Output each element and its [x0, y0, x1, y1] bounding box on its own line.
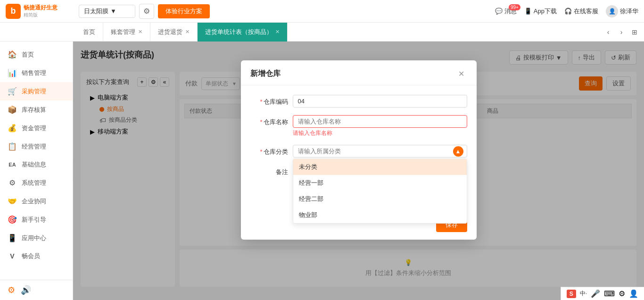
operations-icon: 📋 [8, 142, 17, 151]
keyboard-icon[interactable]: ⌨ [604, 289, 615, 298]
form-row-category: *仓库分类 ▲ 未分类 经营一部 经营二部 物业部 [250, 145, 467, 158]
name-input-wrap: 请输入仓库名称 [293, 115, 467, 137]
dropdown-option-0[interactable]: 未分类 [293, 159, 467, 175]
logo-text: 畅捷通好生意 精简版 [24, 4, 58, 18]
sales-icon: 📊 [8, 68, 17, 77]
top-header: b 畅捷通好生意 精简版 日太阳膜 ▼ ⚙ 体验行业方案 💬 消息 99+ 📱 … [0, 0, 644, 23]
category-input[interactable] [293, 145, 467, 158]
code-label: *仓库编码 [250, 95, 288, 106]
settings-bottom-icon[interactable]: ⚙ [619, 289, 625, 298]
tab-close-purchase-stats[interactable]: ✕ [275, 29, 280, 35]
main-layout: 🏠 首页 📊 销售管理 🛒 采购管理 📦 库存核算 💰 资金管理 📋 经营管理 … [0, 42, 644, 300]
store-selector[interactable]: 日太阳膜 ▼ [79, 5, 135, 18]
logo-area: b 畅捷通好生意 精简版 [6, 4, 79, 19]
tab-bar: 首页 账套管理 ✕ 进货退货 ✕ 进货单统计表（按商品） ✕ ‹ › ⊞ [0, 23, 644, 42]
tab-next-button[interactable]: › [616, 26, 627, 38]
tab-prev-button[interactable]: ‹ [603, 26, 614, 38]
purchase-icon: 🛒 [8, 87, 17, 96]
dropdown-option-3[interactable]: 物业部 [293, 207, 467, 223]
logo-icon: b [6, 4, 21, 19]
try-industry-button[interactable]: 体验行业方案 [158, 4, 210, 18]
sidebar-item-inventory[interactable]: 📦 库存核算 [0, 100, 73, 119]
sidebar-item-operations[interactable]: 📋 经营管理 [0, 137, 73, 156]
name-error-msg: 请输入仓库名称 [293, 129, 467, 137]
tab-controls: ‹ › ⊞ [603, 26, 644, 38]
user-bottom-icon[interactable]: 👤 [629, 289, 638, 298]
tab-menu-button[interactable]: ⊞ [629, 26, 640, 38]
basic-info-icon: EA [8, 162, 17, 167]
sidebar-item-finance[interactable]: 💰 资金管理 [0, 119, 73, 137]
form-row-name: *仓库名称 请输入仓库名称 [250, 115, 467, 137]
mic-icon[interactable]: 🎤 [591, 289, 600, 298]
tab-account[interactable]: 账套管理 ✕ [103, 23, 150, 42]
guide-icon: 🎯 [8, 215, 17, 224]
dialog-body: *仓库编码 *仓库名称 请输入仓库名称 [241, 85, 477, 212]
sidebar-item-purchase[interactable]: 🛒 采购管理 [0, 82, 73, 100]
sidebar-item-system[interactable]: ⚙ 系统管理 [0, 174, 73, 192]
enterprise-icon: 🤝 [8, 197, 17, 206]
member-icon: V [8, 252, 17, 260]
sidebar-item-sales[interactable]: 📊 销售管理 [0, 64, 73, 82]
avatar: 👤 [606, 5, 618, 17]
dropdown-option-1[interactable]: 经营一部 [293, 175, 467, 191]
name-input[interactable] [293, 115, 467, 128]
app-center-icon: 📱 [8, 233, 17, 242]
sidebar-item-enterprise[interactable]: 🤝 企业协同 [0, 192, 73, 210]
online-service-item[interactable]: 🎧 在线客服 [564, 7, 598, 16]
message-item[interactable]: 💬 消息 99+ [495, 7, 517, 16]
category-input-wrap: ▲ 未分类 经营一部 经营二部 物业部 [293, 145, 467, 158]
tab-home[interactable]: 首页 [75, 23, 103, 42]
header-right: 💬 消息 99+ 📱 App下载 🎧 在线客服 👤 徐泽华 [495, 5, 638, 17]
code-input-wrap [293, 95, 467, 108]
finance-icon: 💰 [8, 124, 17, 133]
tab-close-account[interactable]: ✕ [138, 29, 142, 35]
volume-icon[interactable]: 🔊 [21, 285, 31, 295]
category-label: *仓库分类 [250, 145, 288, 156]
sidebar: 🏠 首页 📊 销售管理 🛒 采购管理 📦 库存核算 💰 资金管理 📋 经营管理 … [0, 42, 73, 300]
tab-close-purchase-return[interactable]: ✕ [185, 29, 190, 35]
home-icon: 🏠 [8, 50, 17, 59]
service-icon: 🎧 [564, 8, 572, 15]
lang-label: 中· [580, 290, 587, 298]
system-icon: ⚙ [8, 178, 17, 187]
overlay: 新增仓库 ✕ *仓库编码 [73, 42, 644, 300]
dropdown-option-2[interactable]: 经营二部 [293, 191, 467, 207]
form-row-code: *仓库编码 [250, 95, 467, 108]
user-item[interactable]: 👤 徐泽华 [606, 5, 638, 17]
dialog-title: 新增仓库 [250, 69, 281, 79]
settings-gear-icon[interactable]: ⚙ [8, 285, 15, 295]
notes-label: 备注 [250, 165, 288, 176]
app-icon: 📱 [524, 8, 532, 15]
code-input[interactable] [293, 95, 467, 108]
new-warehouse-dialog: 新增仓库 ✕ *仓库编码 [241, 60, 477, 240]
tab-purchase-stats[interactable]: 进货单统计表（按商品） ✕ [198, 23, 288, 42]
name-label: *仓库名称 [250, 115, 288, 126]
dialog-close-button[interactable]: ✕ [456, 68, 467, 79]
tab-purchase-return[interactable]: 进货退货 ✕ [150, 23, 198, 42]
category-dropdown-list: 未分类 经营一部 经营二部 物业部 [293, 158, 467, 224]
category-dropdown-arrow[interactable]: ▲ [453, 146, 463, 157]
sidebar-item-home[interactable]: 🏠 首页 [0, 45, 73, 64]
dialog-header: 新增仓库 ✕ [241, 60, 477, 85]
message-icon: 💬 [495, 8, 503, 15]
sidebar-item-member[interactable]: V 畅会员 [0, 247, 73, 265]
sidebar-item-app-center[interactable]: 📱 应用中心 [0, 229, 73, 247]
content-area: 进货单统计(按商品) 🖨 按模板打印 ▼ ↑ 导出 ↺ 刷新 [73, 42, 644, 300]
settings-button[interactable]: ⚙ [139, 4, 154, 19]
s-logo: S [567, 290, 576, 298]
sidebar-item-basic-info[interactable]: EA 基础信息 [0, 156, 73, 174]
inventory-icon: 📦 [8, 105, 17, 114]
message-badge: 99+ [509, 4, 520, 10]
sidebar-item-guide[interactable]: 🎯 新手引导 [0, 210, 73, 229]
app-download-item[interactable]: 📱 App下载 [524, 7, 557, 16]
header-mid: 日太阳膜 ▼ ⚙ 体验行业方案 [79, 4, 495, 19]
